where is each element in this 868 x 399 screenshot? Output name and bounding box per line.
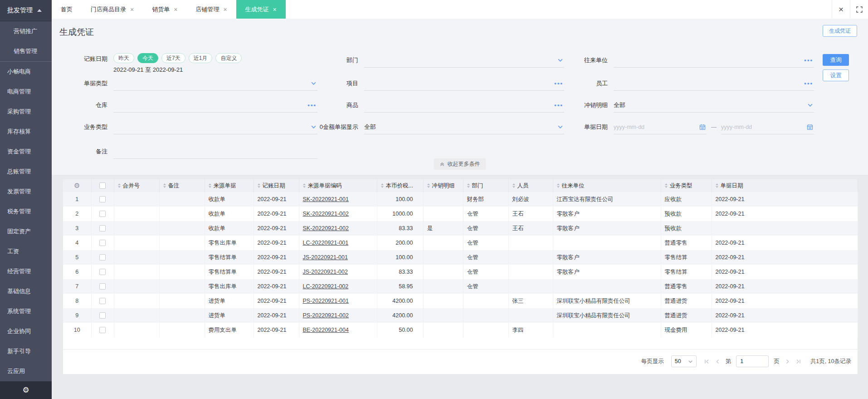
column-header[interactable]: 部门 [463,179,508,192]
column-header[interactable]: 冲销明细 [423,179,463,192]
query-button[interactable]: 查询 [823,54,849,66]
source-code-link[interactable]: PS-20220921-002 [303,312,349,319]
column-header[interactable]: 人员 [508,179,553,192]
column-header[interactable]: 往来单位 [553,179,661,192]
sort-carets-icon[interactable] [512,183,515,188]
gear-icon[interactable]: ⚙ [22,385,29,395]
row-checkbox[interactable] [99,312,106,319]
row-checkbox[interactable] [99,254,106,261]
sidebar-item[interactable]: 新手引导 [0,341,52,361]
first-page-icon[interactable] [704,359,710,365]
sort-carets-icon[interactable] [716,183,718,188]
employee-field[interactable]: ••• [614,76,814,91]
sidebar-item[interactable]: 企业协同 [0,321,52,341]
prev-page-icon[interactable] [715,359,721,365]
per-page-select[interactable]: 50 [671,355,697,367]
sidebar-item[interactable]: 固定资产 [0,222,52,241]
sort-carets-icon[interactable] [209,183,211,188]
sidebar-item[interactable]: 库存核算 [0,122,52,142]
column-header[interactable]: 备注 [159,179,205,192]
biz-type-field[interactable] [113,120,317,134]
sidebar-item[interactable]: 电商管理 [0,82,52,102]
source-code-link[interactable]: PS-20220921-001 [303,298,349,304]
tab[interactable]: 门店商品目录 × [82,0,143,19]
table-row[interactable]: 2 收款单 2022-09-21 SK-20220921-002 1000.00… [63,207,858,221]
tab-close-icon[interactable]: × [174,6,177,13]
partner-field[interactable]: ••• [614,53,814,68]
column-header[interactable]: 单据日期 [712,179,858,192]
next-page-icon[interactable] [785,359,790,365]
tab-close-icon[interactable]: × [273,6,277,13]
last-page-icon[interactable] [795,359,801,365]
sort-carets-icon[interactable] [467,183,470,188]
row-checkbox[interactable] [99,269,106,275]
generate-voucher-button[interactable]: 生成凭证 [823,25,857,37]
row-checkbox[interactable] [99,225,106,232]
row-checkbox[interactable] [99,327,106,333]
date-range-pill[interactable]: 自定义 [215,53,242,63]
source-code-link[interactable]: SK-20220921-001 [303,196,349,202]
sort-carets-icon[interactable] [163,183,166,188]
writeoff-detail-field[interactable]: 全部 [614,98,814,113]
page-number-input[interactable] [736,355,769,367]
table-row[interactable]: 3 收款单 2022-09-21 SK-20220921-002 83.33 是… [63,221,858,236]
row-checkbox[interactable] [99,211,106,217]
row-checkbox[interactable] [99,196,106,202]
column-header[interactable]: 记账日期 [254,179,299,192]
sidebar-item[interactable]: 基础信息 [0,281,52,301]
date-range-pill[interactable]: 昨天 [113,53,134,63]
sidebar-item[interactable]: 工资 [0,241,52,261]
row-checkbox[interactable] [99,298,106,304]
sort-carets-icon[interactable] [557,183,560,188]
table-row[interactable]: 6 零售结算单 2022-09-21 JS-20220921-002 83.33… [63,265,858,279]
table-row[interactable]: 7 零售出库单 2022-09-21 LC-20220921-002 58.95… [63,279,858,294]
sort-carets-icon[interactable] [665,183,668,188]
table-row[interactable]: 8 进货单 2022-09-21 PS-20220921-001 4200.00 [63,294,858,308]
table-row[interactable]: 1 收款单 2022-09-21 SK-20220921-001 100.00 … [63,192,858,207]
column-header[interactable]: 本币价税... [377,179,423,192]
warehouse-field[interactable]: ••• [113,98,317,113]
doc-type-field[interactable] [113,76,317,91]
settings-button[interactable]: 设置 [823,69,849,81]
tab-close-icon[interactable]: × [130,6,134,13]
source-code-link[interactable]: SK-20220921-002 [303,225,349,232]
sidebar-item[interactable]: 经营管理 [0,261,52,281]
remark-input[interactable] [113,144,317,158]
column-header[interactable]: 来源单据编码 [299,179,377,192]
source-code-link[interactable]: JS-20220921-002 [303,269,348,275]
zero-amount-field[interactable]: 全部 [364,120,564,134]
select-all-checkbox[interactable] [99,182,106,189]
tab[interactable]: 销货单 × [143,0,186,19]
sidebar-item[interactable]: 发票管理 [0,182,52,202]
date-range-pill[interactable]: 今天 [137,53,158,63]
collapse-filters-button[interactable]: 收起更多条件 [434,158,486,170]
sidebar-item[interactable]: 采购管理 [0,102,52,122]
row-checkbox[interactable] [99,283,106,290]
date-range-pill[interactable]: 近7天 [161,53,185,63]
sidebar-sub-item[interactable]: 营销推广 [0,21,52,41]
close-icon[interactable]: × [832,0,850,19]
sidebar-item-wholesale-management[interactable]: 批发管理 [0,0,52,21]
source-code-link[interactable]: LC-20220921-001 [303,240,349,246]
department-field[interactable] [364,53,564,68]
sort-carets-icon[interactable] [381,183,384,188]
table-row[interactable]: 4 零售出库单 2022-09-21 LC-20220921-001 200.0… [63,236,858,250]
sort-carets-icon[interactable] [303,183,306,188]
tab[interactable]: 生成凭证 × [236,0,286,19]
calendar-icon[interactable] [699,124,706,130]
fullscreen-icon[interactable] [850,0,868,19]
tab[interactable]: 首页 × [52,0,82,19]
sidebar-item[interactable]: 税务管理 [0,202,52,222]
date-range-pill[interactable]: 近1月 [189,53,213,63]
row-checkbox[interactable] [99,240,106,246]
column-header[interactable]: 业务类型 [661,179,712,192]
sort-carets-icon[interactable] [118,183,121,188]
column-header[interactable]: 来源单据 [205,179,254,192]
sidebar-item[interactable]: 云应用 [0,361,52,381]
sidebar-item[interactable]: 系统管理 [0,301,52,321]
source-code-link[interactable]: BE-20220921-004 [303,327,349,333]
project-field[interactable]: ••• [364,76,564,91]
tab-close-icon[interactable]: × [223,6,227,13]
table-row[interactable]: 9 进货单 2022-09-21 PS-20220921-002 4200.00 [63,308,858,323]
gear-icon[interactable]: ⚙ [74,182,80,189]
